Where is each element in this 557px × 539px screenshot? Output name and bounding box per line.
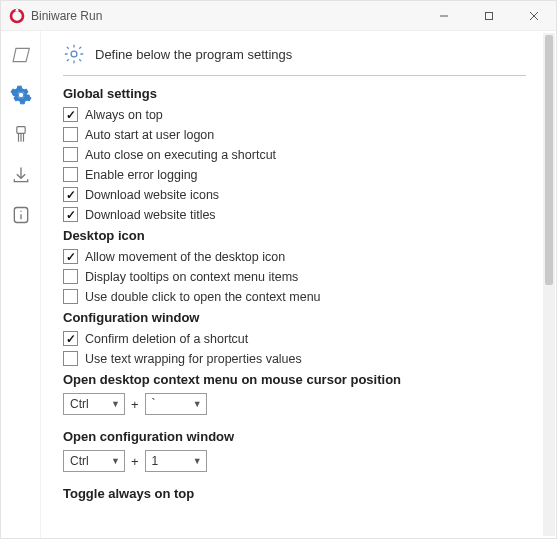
opt-error-logging[interactable]: Enable error logging bbox=[63, 167, 526, 182]
opt-always-on-top[interactable]: Always on top bbox=[63, 107, 526, 122]
hotkey2-key-select[interactable]: 1 ▼ bbox=[145, 450, 207, 472]
section-desktop-icon-title: Desktop icon bbox=[63, 228, 526, 243]
checkbox-icon bbox=[63, 147, 78, 162]
opt-download-titles[interactable]: Download website titles bbox=[63, 207, 526, 222]
nav-appearance-icon[interactable] bbox=[5, 119, 37, 151]
opt-confirm-delete[interactable]: Confirm deletion of a shortcut bbox=[63, 331, 526, 346]
maximize-button[interactable] bbox=[466, 1, 511, 31]
checkbox-icon bbox=[63, 249, 78, 264]
sidebar bbox=[1, 31, 41, 538]
checkbox-icon bbox=[63, 269, 78, 284]
checkbox-icon bbox=[63, 289, 78, 304]
svg-point-1 bbox=[16, 8, 19, 11]
section-global-title: Global settings bbox=[63, 86, 526, 101]
plus-separator: + bbox=[131, 454, 139, 469]
hotkey1-key-select[interactable]: ` ▼ bbox=[145, 393, 207, 415]
checkbox-icon bbox=[63, 187, 78, 202]
checkbox-icon bbox=[63, 107, 78, 122]
opt-tooltips[interactable]: Display tooltips on context menu items bbox=[63, 269, 526, 284]
svg-point-6 bbox=[18, 92, 24, 98]
nav-import-icon[interactable] bbox=[5, 159, 37, 191]
window-body: Define below the program settings Global… bbox=[1, 31, 556, 538]
opt-auto-close[interactable]: Auto close on executing a shortcut bbox=[63, 147, 526, 162]
settings-header: Define below the program settings bbox=[63, 39, 526, 73]
section-hotkey1-title: Open desktop context menu on mouse curso… bbox=[63, 372, 526, 387]
nav-general-icon[interactable] bbox=[5, 39, 37, 71]
hotkey1-modifier-select[interactable]: Ctrl ▼ bbox=[63, 393, 125, 415]
divider bbox=[63, 75, 526, 76]
scrollbar-thumb[interactable] bbox=[545, 35, 553, 285]
minimize-button[interactable] bbox=[421, 1, 466, 31]
close-button[interactable] bbox=[511, 1, 556, 31]
checkbox-icon bbox=[63, 167, 78, 182]
vertical-scrollbar[interactable] bbox=[543, 33, 555, 536]
section-hotkey3-title-cut: Toggle always on top bbox=[63, 486, 526, 501]
chevron-down-icon: ▼ bbox=[193, 399, 202, 409]
svg-rect-7 bbox=[16, 127, 24, 134]
opt-download-icons[interactable]: Download website icons bbox=[63, 187, 526, 202]
main-panel: Define below the program settings Global… bbox=[41, 31, 556, 538]
chevron-down-icon: ▼ bbox=[111, 399, 120, 409]
hotkey2-row: Ctrl ▼ + 1 ▼ bbox=[63, 450, 526, 472]
section-config-window-title: Configuration window bbox=[63, 310, 526, 325]
app-window: Biniware Run bbox=[0, 0, 557, 539]
plus-separator: + bbox=[131, 397, 139, 412]
svg-rect-3 bbox=[485, 12, 492, 19]
checkbox-icon bbox=[63, 351, 78, 366]
opt-allow-move[interactable]: Allow movement of the desktop icon bbox=[63, 249, 526, 264]
nav-about-icon[interactable] bbox=[5, 199, 37, 231]
opt-double-click[interactable]: Use double click to open the context men… bbox=[63, 289, 526, 304]
checkbox-icon bbox=[63, 331, 78, 346]
gear-icon bbox=[63, 43, 85, 65]
app-logo-icon bbox=[9, 8, 25, 24]
title-bar: Biniware Run bbox=[1, 1, 556, 31]
settings-scroll-area: Define below the program settings Global… bbox=[41, 31, 544, 538]
opt-text-wrap[interactable]: Use text wrapping for properties values bbox=[63, 351, 526, 366]
checkbox-icon bbox=[63, 127, 78, 142]
settings-subtitle: Define below the program settings bbox=[95, 47, 292, 62]
opt-auto-start[interactable]: Auto start at user logon bbox=[63, 127, 526, 142]
nav-settings-icon[interactable] bbox=[5, 79, 37, 111]
svg-point-0 bbox=[11, 10, 23, 22]
hotkey1-row: Ctrl ▼ + ` ▼ bbox=[63, 393, 526, 415]
section-hotkey2-title: Open configuration window bbox=[63, 429, 526, 444]
checkbox-icon bbox=[63, 207, 78, 222]
chevron-down-icon: ▼ bbox=[111, 456, 120, 466]
chevron-down-icon: ▼ bbox=[193, 456, 202, 466]
hotkey2-modifier-select[interactable]: Ctrl ▼ bbox=[63, 450, 125, 472]
window-title: Biniware Run bbox=[31, 9, 102, 23]
svg-point-14 bbox=[71, 51, 77, 57]
